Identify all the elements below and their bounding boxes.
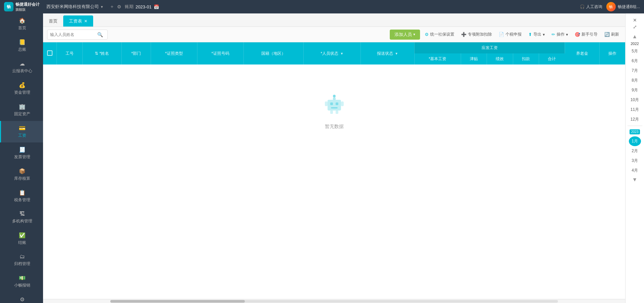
svg-rect-7 — [341, 101, 344, 106]
export-label: 导出 — [533, 32, 541, 37]
sidebar-item-home[interactable]: 🏠 首页 — [0, 13, 43, 35]
user-avatar: 畅 — [606, 2, 616, 11]
sidebar-item-stock[interactable]: 📦 库存核算 — [0, 164, 43, 185]
th-deduction: 扣款 — [513, 53, 539, 64]
refresh-icon: 🔄 — [604, 32, 610, 37]
month-2023-01[interactable]: 1月 — [629, 136, 641, 146]
stock-icon: 📦 — [19, 168, 26, 174]
sidebar-label-asset: 固定资产 — [14, 111, 30, 117]
search-wrap: 🔍 — [47, 30, 108, 40]
sidebar-label-payroll: 工资 — [18, 133, 26, 138]
app-name: 畅捷通好会计 — [15, 2, 40, 7]
th-basic-salary: *基本工资 — [414, 53, 461, 64]
sidebar-label-invoice: 发票管理 — [14, 154, 30, 160]
sidebar-item-payroll[interactable]: 💳 工资 — [0, 121, 43, 142]
support-button[interactable]: 🎧 人工咨询 — [580, 4, 602, 10]
salary-table: 工号 ⇅ *姓名 *部门 *证照类型 *证照号码 国籍（地区） *人员状态 ▼ … — [43, 42, 625, 157]
svg-rect-1 — [330, 102, 333, 105]
calendar-icon[interactable]: 📅 — [154, 4, 159, 9]
horizontal-scrollbar-track[interactable] — [110, 300, 558, 303]
month-2022-05[interactable]: 5月 — [626, 46, 644, 56]
close-panel-button[interactable]: ✕ — [632, 17, 638, 24]
select-all-checkbox[interactable] — [47, 50, 52, 56]
month-2023-03[interactable]: 3月 — [626, 156, 644, 166]
month-2022-10[interactable]: 10月 — [626, 95, 644, 105]
th-person-status[interactable]: *人员状态 ▼ — [303, 42, 361, 64]
sidebar-item-multi[interactable]: 🏗 多机构管理 — [0, 207, 43, 228]
svg-point-5 — [333, 95, 336, 97]
sidebar-item-expense[interactable]: 💵 小畅报销 — [0, 271, 43, 292]
deduct-button[interactable]: ➕ 专项附加扣除 — [459, 30, 494, 39]
expand-panel-button[interactable]: ⤢ — [632, 24, 638, 30]
month-2023-02[interactable]: 2月 — [626, 146, 644, 156]
guide-toolbar-icon: 🎯 — [575, 32, 580, 37]
th-dept: *部门 — [121, 42, 151, 64]
th-report-status[interactable]: 报送状态 ▼ — [361, 42, 414, 64]
add-person-button[interactable]: 添加人员 ▾ — [390, 30, 420, 40]
tab-salary[interactable]: 工资表 ✕ — [63, 15, 93, 27]
th-action: 操作 — [599, 42, 625, 64]
export-button[interactable]: ⬆ 导出 ▾ — [526, 30, 547, 39]
person-status-filter-icon: ▼ — [340, 52, 343, 55]
operation-button[interactable]: ✏ 操作 ▾ — [550, 30, 570, 39]
company-selector[interactable]: 西安虾米网络科技有限公司 ▼ — [46, 4, 104, 10]
report-status-filter-icon: ▼ — [395, 52, 398, 55]
horizontal-scrollbar-thumb[interactable] — [110, 300, 245, 303]
user-info: 畅 畅捷通B组... — [606, 2, 640, 11]
month-2022-06[interactable]: 6月 — [626, 56, 644, 66]
sidebar-label-expense: 小畅报销 — [14, 283, 30, 288]
tab-home[interactable]: 首页 — [43, 15, 63, 27]
settings-icon-button[interactable]: ⚙ — [117, 4, 121, 9]
sidebar-item-settle[interactable]: ✅ 结账 — [0, 228, 43, 250]
month-2022-08[interactable]: 8月 — [626, 76, 644, 85]
tab-bar: 首页 工资表 ✕ — [43, 13, 625, 27]
add-company-button[interactable]: ＋ — [110, 4, 114, 10]
social-icon: ⚙ — [425, 32, 429, 37]
operation-icon: ✏ — [552, 32, 555, 37]
th-sort[interactable]: ⇅ *姓名 — [83, 42, 121, 64]
expense-icon: 💵 — [19, 275, 26, 281]
settle-icon: ✅ — [19, 232, 26, 239]
tab-home-label: 首页 — [49, 18, 58, 24]
sidebar-item-asset[interactable]: 🏢 固定资产 — [0, 99, 43, 121]
sidebar-item-settings[interactable]: ⚙ 基础设置 — [0, 292, 43, 303]
main-layout: 🏠 首页 📒 总账 ☁ 云报表中心 💰 资金管理 🏢 固定资产 💳 工资 🧾 发… — [0, 13, 644, 303]
th-pension: 养老金 — [565, 42, 599, 64]
deduct-icon: ➕ — [461, 32, 466, 37]
refresh-button[interactable]: 🔄 刷新 — [602, 30, 621, 39]
search-input[interactable] — [50, 32, 97, 37]
settings-icon: ⚙ — [20, 296, 25, 303]
ledger-icon: 📒 — [19, 39, 26, 45]
app-logo-icon: 畅 — [4, 2, 13, 11]
month-2023-04[interactable]: 4月 — [626, 166, 644, 175]
sidebar-item-invoice[interactable]: 🧾 发票管理 — [0, 142, 43, 164]
month-2022-11[interactable]: 11月 — [626, 105, 644, 115]
month-2022-09[interactable]: 9月 — [626, 85, 644, 95]
scroll-down-button[interactable]: ▼ — [631, 175, 639, 184]
svg-rect-6 — [325, 101, 328, 106]
sidebar-item-capital[interactable]: 💰 资金管理 — [0, 78, 43, 99]
year-2022-label: 2022 — [631, 41, 639, 46]
empty-state-icon — [321, 91, 348, 118]
scroll-up-button[interactable]: ▲ — [631, 32, 639, 41]
right-month-panel: ✕ ⤢ ▲ 2022 5月 6月 7月 8月 9月 10月 11月 12月 20… — [625, 13, 644, 303]
sidebar-item-archive[interactable]: 🗂 归档管理 — [0, 250, 43, 271]
sidebar-item-report[interactable]: ☁ 云报表中心 — [0, 56, 43, 78]
tab-close-button[interactable]: ✕ — [84, 19, 87, 24]
sidebar-label-ledger: 总账 — [18, 47, 26, 52]
th-cert-no: *证照号码 — [197, 42, 243, 64]
operation-arrow: ▾ — [566, 32, 568, 37]
empty-text: 暂无数据 — [325, 124, 344, 130]
svg-rect-8 — [330, 111, 333, 114]
support-icon: 🎧 — [580, 4, 585, 9]
social-setting-button[interactable]: ⚙ 统一社保设置 — [423, 30, 456, 39]
sidebar: 🏠 首页 📒 总账 ☁ 云报表中心 💰 资金管理 🏢 固定资产 💳 工资 🧾 发… — [0, 13, 43, 303]
month-2022-12[interactable]: 12月 — [626, 115, 644, 124]
sidebar-item-ledger[interactable]: 📒 总账 — [0, 35, 43, 56]
tax-icon: 📋 — [19, 189, 26, 196]
company-name: 西安虾米网络科技有限公司 — [46, 4, 99, 10]
guide-button[interactable]: 🎯 新手引导 — [573, 30, 600, 39]
month-2022-07[interactable]: 7月 — [626, 66, 644, 76]
tax-report-button[interactable]: 📄 个税申报 — [497, 30, 524, 39]
sidebar-item-tax[interactable]: 📋 税务管理 — [0, 185, 43, 207]
